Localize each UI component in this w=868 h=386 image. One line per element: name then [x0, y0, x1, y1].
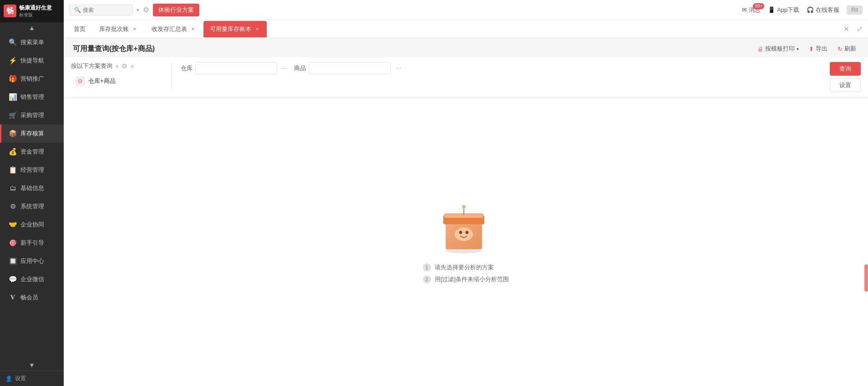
product-label: 商品: [294, 64, 306, 72]
product-more-icon[interactable]: ···: [393, 64, 403, 72]
sales-icon: 📊: [9, 93, 17, 101]
sidebar-item-wechat[interactable]: 💬 企业微信: [0, 270, 64, 288]
sidebar-item-operations[interactable]: 📋 经营管理: [0, 161, 64, 179]
tab-label: 收发存汇总表: [152, 25, 187, 33]
sidebar-item-marketing[interactable]: 🎁 营销推广: [0, 70, 64, 88]
empty-illustration: [439, 201, 493, 256]
filter-title: 按以下方案查询 + ⚙ «: [71, 62, 162, 70]
industry-solution-button[interactable]: 体验行业方案: [153, 4, 199, 16]
service-label: 在线客服: [816, 6, 839, 14]
search-icon: 🔍: [74, 7, 81, 13]
app-download-button[interactable]: 📱 App下载: [768, 6, 799, 14]
topbar: 🔍 ▾ ⚙ 体验行业方案 ✉ 消息 99+ 📱 App下载 🎧 在线客服 Rit: [64, 0, 868, 20]
member-icon: V: [9, 293, 17, 301]
export-label: 导出: [816, 45, 827, 53]
tab-home[interactable]: 首页: [67, 21, 92, 37]
empty-svg: [439, 201, 493, 256]
sidebar-label: 营销推广: [20, 75, 44, 83]
user-avatar[interactable]: Rit: [847, 5, 863, 15]
brand-text: 畅康通好生意 标准版: [19, 5, 52, 18]
page-actions: 🖨 按模板打印 ▾ ⬆ 导出 ↻ 刷新: [755, 43, 859, 55]
scheme-warehouse-product[interactable]: ⊙ 仓库+商品: [71, 74, 162, 88]
sidebar-item-guide[interactable]: 🎯 新手引导: [0, 234, 64, 252]
service-icon: 🎧: [807, 6, 814, 13]
online-service-button[interactable]: 🎧 在线客服: [807, 6, 839, 14]
hint-number-1: 1: [423, 263, 431, 272]
sidebar-item-search[interactable]: 🔍 搜索菜单: [0, 33, 64, 51]
product-field: 商品 ···: [294, 62, 403, 74]
topbar-search-box[interactable]: 🔍: [69, 5, 133, 15]
sidebar-item-quicknav[interactable]: ⚡ 快捷导航: [0, 51, 64, 70]
refresh-button[interactable]: ↻ 刷新: [835, 43, 859, 55]
scheme-settings-icon[interactable]: ⚙: [122, 62, 127, 70]
sidebar-header: 畅 畅康通好生意 标准版: [0, 0, 64, 22]
sidebar-scroll-up[interactable]: ▲: [0, 22, 64, 33]
tab-available-inventory[interactable]: 可用量库存账本 ×: [203, 21, 267, 37]
sidebar-scroll-down[interactable]: ▼: [0, 360, 64, 371]
message-badge: 99+: [753, 3, 764, 9]
refresh-icon: ↻: [838, 46, 843, 52]
enterprise-icon: 🤝: [9, 221, 17, 229]
maximize-button[interactable]: ⤢: [855, 23, 864, 35]
guide-icon: 🎯: [9, 239, 17, 247]
search-menu-icon: 🔍: [9, 38, 17, 46]
tab-close-inventory-batch[interactable]: ×: [132, 26, 138, 32]
warehouse-input[interactable]: [195, 62, 277, 74]
sidebar-item-inventory[interactable]: 📦 库存核算: [0, 124, 64, 143]
sidebar-item-basic-info[interactable]: 🗂 基础信息: [0, 179, 64, 197]
warehouse-field: 仓库 ···: [181, 62, 289, 74]
topbar-gear-icon[interactable]: ⚙: [143, 5, 149, 14]
sidebar-item-member[interactable]: V 畅会员: [0, 288, 64, 307]
filter-action-buttons: 查询 设置: [830, 62, 861, 92]
query-button[interactable]: 查询: [830, 62, 861, 76]
filter-row-1: 仓库 ··· 商品 ···: [181, 62, 824, 74]
close-window-button[interactable]: ✕: [842, 23, 851, 35]
sidebar-label: 采购管理: [20, 111, 44, 119]
sidebar-item-appcenter[interactable]: 🔲 应用中心: [0, 252, 64, 270]
export-button[interactable]: ⬆ 导出: [806, 43, 830, 55]
sidebar-item-sales[interactable]: 📊 销售管理: [0, 88, 64, 106]
print-button[interactable]: 🖨 按模板打印 ▾: [755, 43, 802, 55]
brand-name: 畅康通好生意: [19, 5, 52, 12]
tab-stock-summary[interactable]: 收发存汇总表 ×: [145, 21, 203, 37]
filter-scheme-panel: 按以下方案查询 + ⚙ « ⊙ 仓库+商品: [71, 62, 162, 88]
export-icon: ⬆: [809, 46, 814, 52]
right-scrollbar[interactable]: [864, 264, 868, 292]
print-icon: 🖨: [757, 46, 763, 52]
brand-icon: 畅: [4, 5, 16, 17]
tab-inventory-batch[interactable]: 库存批次账 ×: [93, 21, 144, 37]
sidebar-label: 库存核算: [20, 129, 44, 138]
sidebar-item-system[interactable]: ⚙ 系统管理: [0, 197, 64, 216]
scheme-item-label: 仓库+商品: [88, 77, 116, 85]
search-dropdown-icon[interactable]: ▾: [137, 7, 139, 13]
refresh-label: 刷新: [844, 45, 856, 53]
print-label: 按模板打印: [765, 45, 795, 53]
print-dropdown-icon[interactable]: ▾: [797, 46, 799, 51]
sidebar-label: 应用中心: [20, 257, 44, 265]
tab-close-stock-summary[interactable]: ×: [190, 26, 196, 32]
warehouse-more-icon[interactable]: ···: [280, 64, 289, 72]
quicknav-icon: ⚡: [9, 57, 17, 65]
sidebar-item-enterprise[interactable]: 🤝 企业协同: [0, 216, 64, 234]
product-input[interactable]: [309, 62, 391, 74]
finance-icon: 💰: [9, 148, 17, 156]
svg-point-6: [459, 231, 462, 234]
svg-point-9: [462, 205, 466, 209]
hint-text-1: 请先选择要分析的方案: [435, 263, 494, 272]
page-header: 可用量查询(按仓库+商品) 🖨 按模板打印 ▾ ⬆ 导出 ↻ 刷新: [64, 38, 868, 57]
message-button[interactable]: ✉ 消息 99+: [742, 6, 761, 14]
settings-button[interactable]: 设置: [830, 78, 861, 92]
search-input[interactable]: [83, 7, 128, 13]
app-download-icon: 📱: [768, 6, 775, 13]
tab-close-available-inventory[interactable]: ×: [254, 26, 260, 32]
sidebar-label: 经营管理: [20, 166, 44, 174]
sidebar-footer[interactable]: 👤 设置: [0, 371, 64, 386]
add-scheme-icon[interactable]: +: [115, 62, 119, 70]
collapse-panel-icon[interactable]: «: [130, 62, 134, 70]
sidebar-label: 快捷导航: [20, 57, 44, 65]
sidebar-item-finance[interactable]: 💰 资金管理: [0, 143, 64, 161]
operations-icon: 📋: [9, 166, 17, 174]
sidebar-item-purchase[interactable]: 🛒 采购管理: [0, 106, 64, 124]
main-area: 🔍 ▾ ⚙ 体验行业方案 ✉ 消息 99+ 📱 App下载 🎧 在线客服 Rit: [64, 0, 868, 386]
filter-area: 按以下方案查询 + ⚙ « ⊙ 仓库+商品 仓库 ···: [64, 57, 868, 97]
